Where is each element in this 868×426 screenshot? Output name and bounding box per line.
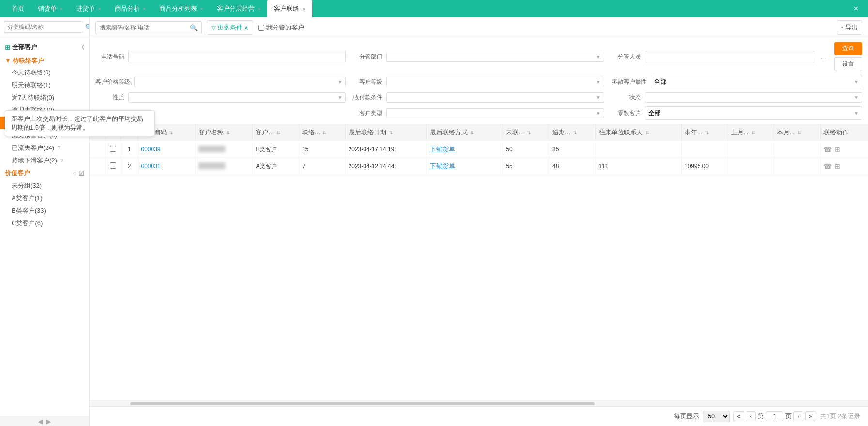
sidebar-item-today[interactable]: 今天待联络(0) [0, 66, 89, 79]
dept-select[interactable]: ▼ [386, 52, 604, 62]
col-type-header[interactable]: 客户... ⇅ [253, 124, 299, 141]
person-input[interactable] [645, 51, 815, 62]
info-icon-declining: ? [60, 158, 63, 163]
nav-purchase-order[interactable]: 进货单 × [69, 0, 107, 17]
row-checkbox-1[interactable] [110, 162, 116, 169]
more-action-icon[interactable]: ⊞ [835, 146, 840, 153]
filter-row-nature: 性质 ▼ [95, 92, 346, 103]
page-total-label: 共1页 2条记录 [820, 412, 860, 421]
nature-select[interactable]: ▼ [128, 92, 346, 103]
sidebar-scroll-right[interactable]: ▶ [46, 418, 51, 425]
data-table-area[interactable]: ⚙ 客户编码 ⇅ 客户名称 ⇅ 客户... ⇅ [90, 124, 868, 400]
scatter-customer-select[interactable]: 全部 ▼ [645, 106, 862, 120]
dots-icon[interactable]: … [820, 53, 826, 60]
first-page-button[interactable]: « [733, 411, 745, 421]
col-last-method-header[interactable]: 最后联络方式 ⇅ [426, 124, 503, 141]
search-input-wrapper: 🔍 [95, 21, 202, 34]
collapse-sidebar-button[interactable]: 《 [79, 44, 84, 51]
page-size-select[interactable]: 50 20 100 [703, 411, 730, 422]
sidebar-item-already-lost[interactable]: 已流失客户(24) ? [0, 142, 89, 154]
row-actions: ☎ ⊞ [820, 158, 868, 175]
phone-action-icon[interactable]: ☎ [823, 162, 832, 170]
main-search-icon[interactable]: 🔍 [190, 24, 198, 31]
more-conditions-button[interactable]: ▽ 更多条件 ∧ [207, 20, 253, 35]
more-action-icon[interactable]: ⊞ [835, 162, 840, 170]
close-product-analysis[interactable]: × [143, 6, 146, 12]
sidebar-search-icon[interactable]: 🔍 [85, 24, 90, 31]
row-this-month [774, 158, 821, 175]
col-this-month-header[interactable]: 本月... ⇅ [774, 124, 821, 141]
phone-action-icon[interactable]: ☎ [823, 146, 832, 153]
check-icon[interactable]: ☑ [78, 170, 84, 177]
sidebar-item-ungrouped[interactable]: 未分组(32) [0, 179, 89, 192]
nav-sales-order[interactable]: 销货单 × [31, 0, 69, 17]
close-product-analysis-list[interactable]: × [200, 6, 203, 12]
payment-select[interactable]: ▼ [386, 92, 604, 103]
nav-home[interactable]: 首页 [5, 0, 31, 17]
sidebar-item-class-b[interactable]: B类客户(33) [0, 205, 89, 217]
sidebar-search-input[interactable] [4, 21, 83, 33]
next-page-button[interactable]: › [793, 411, 803, 421]
row-last-method[interactable]: 下销货单 [426, 158, 503, 175]
col-name-header[interactable]: 客户名称 ⇅ [195, 124, 252, 141]
grid-icon: ⊞ [5, 44, 10, 51]
col-contacts-header[interactable]: 往来单位联系人 ⇅ [595, 124, 681, 141]
sidebar-item-tomorrow[interactable]: 明天待联络(1) [0, 79, 89, 91]
col-last-date-header[interactable]: 最后联络日期 ⇅ [345, 124, 426, 141]
row-code[interactable]: 000039 [138, 141, 195, 158]
col-overdue-header[interactable]: 逾期... ⇅ [549, 124, 595, 141]
last-page-button[interactable]: » [805, 411, 816, 421]
price-level-select[interactable]: ▼ [134, 77, 346, 87]
nature-label: 性质 [95, 93, 124, 102]
row-name[interactable] [195, 141, 252, 158]
col-last-month-header[interactable]: 上月... ⇅ [728, 124, 774, 141]
sidebar-scroll-left[interactable]: ◀ [38, 418, 43, 425]
circle-icon[interactable]: ○ [73, 170, 76, 177]
status-select[interactable]: ▼ [645, 92, 862, 103]
page-number-input[interactable] [766, 411, 783, 421]
customer-table: ⚙ 客户编码 ⇅ 客户名称 ⇅ 客户... ⇅ [90, 124, 868, 175]
col-current-year-header[interactable]: 本年... ⇅ [681, 124, 728, 141]
sort-current-year-icon: ⇅ [705, 130, 709, 135]
row-last-method[interactable]: 下销货单 [426, 141, 503, 158]
nav-customer-contact[interactable]: 客户联络 × [267, 0, 312, 17]
close-sales-order[interactable]: × [60, 6, 62, 12]
scrollbar-thumb[interactable] [130, 402, 595, 405]
sidebar-item-class-c[interactable]: C类客户(6) [0, 217, 89, 230]
my-customers-checkbox[interactable] [258, 25, 264, 31]
tree-root-all-customers[interactable]: ⊞ 全部客户 《 [0, 40, 89, 55]
customer-level-select[interactable]: ▼ [386, 77, 604, 87]
prev-page-button[interactable]: ‹ [746, 411, 756, 421]
filter-row-department: 分管部门 ▼ [353, 42, 604, 71]
close-customer-contact[interactable]: × [302, 6, 305, 12]
export-button[interactable]: ↑ 导出 [837, 20, 863, 35]
row-code[interactable]: 000031 [138, 158, 195, 175]
last-method-link[interactable]: 下销货单 [430, 146, 455, 153]
sidebar-item-class-a[interactable]: A类客户(1) [0, 192, 89, 205]
horizontal-scrollbar[interactable] [90, 400, 868, 406]
close-customer-tier[interactable]: × [258, 6, 260, 12]
dept-chevron: ▼ [596, 54, 601, 59]
tree-group-pending[interactable]: ▼ 待联络客户 [0, 55, 89, 66]
col-contact-header[interactable]: 联络... ⇅ [299, 124, 346, 141]
nav-product-analysis[interactable]: 商品分析 × [108, 0, 152, 17]
action-icons-group: ☎ ⊞ [823, 162, 865, 170]
phone-input[interactable] [128, 51, 346, 62]
close-window-button[interactable]: × [849, 4, 863, 13]
pagination-bar: 每页显示 50 20 100 « ‹ 第 页 › » 共1页 2条记录 [90, 406, 868, 426]
scatter-attr-select[interactable]: 全部 ▼ [651, 75, 862, 88]
nav-customer-tier[interactable]: 客户分层经营 × [210, 0, 267, 17]
row-last-month [728, 141, 774, 158]
close-purchase-order[interactable]: × [98, 6, 101, 12]
nav-product-analysis-list[interactable]: 商品分析列表 × [152, 0, 210, 17]
settings-button[interactable]: 设置 [834, 57, 862, 71]
col-pending-header[interactable]: 未联... ⇅ [503, 124, 549, 141]
query-button[interactable]: 查询 [834, 42, 862, 55]
last-method-link[interactable]: 下销货单 [430, 162, 455, 170]
sidebar-item-7days[interactable]: 近7天待联络(0) [0, 91, 89, 104]
row-checkbox-0[interactable] [110, 146, 116, 152]
sidebar-item-declining[interactable]: 持续下滑客户(2) ? [0, 154, 89, 167]
customer-type-select[interactable]: ▼ [386, 108, 604, 118]
row-name[interactable] [195, 158, 252, 175]
main-search-input[interactable] [100, 24, 188, 31]
